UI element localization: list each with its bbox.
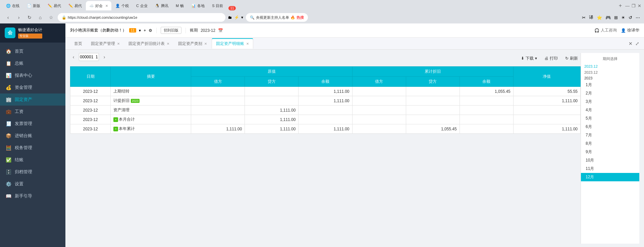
browser-tab-haohao[interactable]: ☁️好会✕ [86,1,111,10]
browser-min-btn[interactable]: — [625,3,630,8]
page-tab-label-home: 首页 [74,41,82,47]
sidebar-item-inventory[interactable]: 📦进销台账 [0,130,65,142]
sun-icon[interactable]: ☀ [621,15,625,20]
browser-ext1[interactable]: 🖿 [228,15,232,20]
sidebar-item-guide[interactable]: 📖新手引导 [0,190,65,202]
url-input[interactable]: 🔒 https://cloud.chanjet.com/accounting/u… [58,13,225,22]
sidebar-item-funds[interactable]: 💰资金管理 [0,81,65,94]
grid-icon[interactable]: ⊞ [614,15,618,20]
tab-expand-btn[interactable]: ⤢ [635,41,639,46]
browser-tab-yidai2[interactable]: ✏️易代 [65,1,85,10]
table-row[interactable]: 2023-12 计提折旧2023 1,111.00 1,111.00 [70,96,581,106]
browser-ext3[interactable]: ▾ [241,15,243,20]
search-box[interactable]: 🔍 央视更新主持人名单 🔥 热搜 [246,13,308,22]
tab-close-btn[interactable]: ✕ [629,41,633,46]
sidebar-item-ledger[interactable]: 📋总账 [0,57,65,69]
browser-max-btn[interactable]: ❐ [632,3,636,8]
period-month-5[interactable]: 5月 [581,114,639,123]
browser-tab-zaixian[interactable]: 🌐在线 [3,1,23,10]
refresh-btn[interactable]: ↻ 刷新 [562,54,581,63]
reload-button[interactable]: ↻ [25,13,34,21]
sidebar-item-fixed-assets[interactable]: 🏢固定资产 [0,94,65,106]
cell-orig-credit-3: 1,111.00 [245,115,299,124]
period-month-7[interactable]: 7月 [581,131,639,139]
period-date-1[interactable]: 2023.12 [581,69,639,75]
browser-tab-gedi[interactable]: 📊各地 [188,1,208,10]
browser-tab-mubiao[interactable]: S目前 [209,1,226,10]
download-btn[interactable]: ⬇ 下载 ▾ [518,54,540,63]
divider [156,28,157,33]
sidebar-item-home[interactable]: 🏠首页 [0,45,65,57]
browser-tab-qiye[interactable]: C企业 [133,1,151,10]
account-badge[interactable]: 11 [129,28,136,33]
sidebar-item-reports[interactable]: 📊报表中心 [0,69,65,81]
next-record-btn[interactable]: › [101,54,108,60]
period-month-12[interactable]: 12月 [581,173,639,181]
browser-tab-tengxun[interactable]: 🐧腾讯 [152,1,172,10]
calendar-icon[interactable]: 📅 [218,28,223,33]
cell-accum-balance-4 [460,124,513,134]
browser-ext2[interactable]: ⚡ [234,15,239,20]
more-icon[interactable]: ⋯ [636,15,640,20]
sidebar-item-settlement[interactable]: ✅结账 [0,154,65,166]
browser-close-btn[interactable]: ✕ [638,3,641,8]
browser-tab-yidai1[interactable]: ✏️易代 [44,1,64,10]
home-button[interactable]: ⌂ [36,13,44,21]
sidebar-item-archive[interactable]: 🗄️归档管理 [0,166,65,178]
scissors-icon[interactable]: ✂ [582,15,586,20]
new-tab-button[interactable]: + [618,3,623,9]
nav-label-reports: 报表中心 [15,72,32,78]
user-info[interactable]: 👤 徐译华 [621,27,639,33]
period-month-4[interactable]: 4月 [581,106,639,114]
page-tab-home[interactable]: 首页 [70,39,86,49]
dropdown-icon[interactable]: ▾ [139,28,141,33]
switch-version-btn[interactable]: 切到旧版 [161,27,181,34]
period-month-10[interactable]: 10月 [581,156,639,165]
browser-tab-chang[interactable]: M畅 [172,1,187,10]
help-btn[interactable]: 🎧 人工咨询 [594,27,617,33]
table-row[interactable]: 2023-12 资产清理 1,111.00 [70,106,581,115]
page-tab-close-fixed-assets-mgmt[interactable]: ✕ [117,42,120,46]
settings-icon[interactable]: ⚙ [149,28,152,33]
sidebar-item-invoice[interactable]: 🧾发票管理 [0,118,65,130]
period-date-0[interactable]: 2023.12 [581,63,639,69]
period-month-8[interactable]: 8月 [581,139,639,148]
period-month-3[interactable]: 3月 [581,98,639,106]
sidebar-item-salary[interactable]: 💼工资 [0,106,65,118]
tab-close-haohao[interactable]: ✕ [105,4,108,8]
page-tab-close-fixed-assets-ledger[interactable]: ✕ [246,42,249,46]
main-panel: ‹ › ⬇ 下载 ▾ 🖨 打印 [70,53,581,244]
prev-record-btn[interactable]: ‹ [70,54,77,60]
period-month-2[interactable]: 2月 [581,89,639,98]
star-icon[interactable]: ⭐ [597,15,602,20]
translate-icon[interactable]: 译 [589,14,593,20]
back-button[interactable]: ‹ [4,13,12,21]
sidebar-item-tax[interactable]: 🧮税务管理 [0,142,65,154]
notification-badge[interactable]: 11 [228,6,235,10]
page-tab-close-fixed-assets-category[interactable]: ✕ [204,42,207,46]
sidebar-item-settings[interactable]: ⚙️设置 [0,178,65,190]
page-tab-fixed-assets-ledger[interactable]: 固定资产明细账✕ [212,38,253,49]
page-tab-fixed-assets-depreciation[interactable]: 固定资产折旧统计表✕ [124,39,173,49]
bookmark-button[interactable]: ☆ [47,13,55,21]
period-month-11[interactable]: 11月 [581,165,639,173]
period-month-6[interactable]: 6月 [581,123,639,131]
table-row[interactable]: 2023-12 +本年累计 1,111.00 1,111.00 1,111.00… [70,124,581,134]
page-tab-fixed-assets-category[interactable]: 固定资产类别✕ [174,39,211,49]
table-row[interactable]: 2023-12 +本月合计 1,111.00 [70,115,581,124]
period-month-9[interactable]: 9月 [581,148,639,156]
add-account-icon[interactable]: + [144,28,146,33]
page-tab-close-fixed-assets-depreciation[interactable]: ✕ [167,42,169,46]
table-row[interactable]: 2023-12 上期结转 1,111.00 1,055.45 55.55 [70,87,581,96]
record-nav: ‹ › [70,53,108,61]
period-month-1[interactable]: 1月 [581,81,639,89]
forward-button[interactable]: › [15,13,23,21]
browser-tab-geshui[interactable]: 👤个税 [112,1,132,10]
tab-favicon-yidai2: ✏️ [68,4,73,8]
browser-tab-xinban[interactable]: 📄新版 [23,1,44,10]
game-icon[interactable]: 🎮 [605,15,611,20]
print-btn[interactable]: 🖨 打印 [542,54,560,63]
undo-icon[interactable]: ↺ [629,15,632,20]
page-tab-fixed-assets-mgmt[interactable]: 固定资产管理✕ [87,39,124,49]
record-input[interactable] [79,53,99,61]
